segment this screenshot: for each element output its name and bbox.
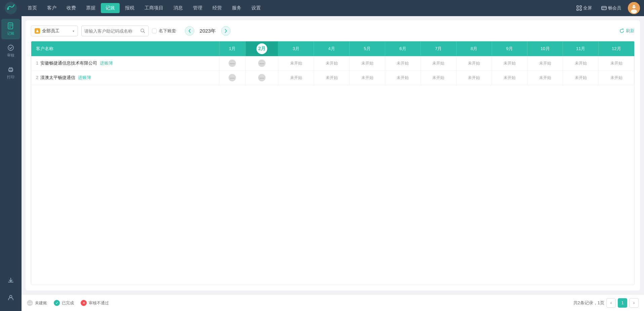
cell-m5-0: 未开始 — [350, 56, 385, 71]
cell-m8-1: 未开始 — [456, 71, 492, 85]
cell-m8-0: 未开始 — [456, 56, 492, 71]
ledger-icon — [7, 22, 14, 30]
audit-icon — [7, 44, 14, 51]
status-not-started: 未开始 — [432, 61, 444, 66]
sidebar-item-print[interactable]: 打印 — [1, 63, 20, 83]
col-header-m11: 11月 — [563, 41, 599, 56]
sidebar-item-ledger[interactable]: 记账 — [1, 19, 20, 39]
nav-right: 全屏 畅会员 — [574, 2, 640, 14]
toolbar: 全部员工 ▾ 名下账套 — [31, 26, 635, 36]
enter-ledger-link[interactable]: 进账簿 — [78, 75, 91, 80]
col-header-m7: 7月 — [420, 41, 456, 56]
nav-operation[interactable]: 经营 — [208, 3, 227, 13]
employee-select[interactable]: 全部员工 ▾ — [31, 26, 78, 36]
page-next-button[interactable]: › — [629, 298, 639, 308]
member-label: 畅会员 — [608, 5, 621, 11]
nav-business[interactable]: 工商项目 — [140, 3, 168, 13]
cell-m2-0: — — [245, 56, 278, 71]
svg-point-0 — [5, 2, 17, 14]
table-row: 2漠澳太平畅捷通信进账簿——未开始未开始未开始未开始未开始未开始未开始未开始未开… — [31, 71, 634, 85]
nav-manage[interactable]: 管理 — [188, 3, 207, 13]
search-button[interactable] — [140, 28, 146, 34]
cell-m11-1: 未开始 — [563, 71, 599, 85]
col-header-m9: 9月 — [492, 41, 527, 56]
col-header-m8: 8月 — [456, 41, 492, 56]
nav-billing[interactable]: 收费 — [62, 3, 81, 13]
year-display: 2023年 — [198, 28, 218, 34]
chevron-down-icon: ▾ — [73, 29, 74, 33]
nav-service[interactable]: 服务 — [227, 3, 246, 13]
status-not-started: 未开始 — [468, 75, 480, 80]
avatar[interactable] — [628, 2, 640, 14]
year-next-button[interactable] — [221, 26, 231, 36]
member-button[interactable]: 畅会员 — [599, 4, 624, 12]
col-header-m4: 4月 — [314, 41, 350, 56]
status-dash-icon: — — [229, 74, 236, 81]
footer: — 未建账 ✓ 已完成 ✕ 审核不通过 共2条记录，1页 ‹ 1 › — [22, 295, 644, 311]
status-not-started: 未开始 — [575, 75, 587, 80]
sidebar-bottom — [1, 273, 20, 311]
cell-m2-1: — — [245, 71, 278, 85]
page-prev-button[interactable]: ‹ — [606, 298, 616, 308]
legend-completed: ✓ 已完成 — [54, 300, 74, 306]
status-not-started: 未开始 — [504, 61, 516, 66]
top-nav: 首页 客户 收费 票据 记账 报税 工商项目 消息 管理 经营 服务 设置 全屏 — [0, 0, 644, 16]
search-input[interactable] — [84, 29, 138, 34]
cell-m11-0: 未开始 — [563, 56, 599, 71]
app-logo — [4, 1, 17, 15]
nav-customer[interactable]: 客户 — [42, 3, 61, 13]
status-not-started: 未开始 — [468, 61, 480, 66]
legend-rejected-label: 审核不通过 — [89, 300, 109, 306]
cell-m7-0: 未开始 — [420, 56, 456, 71]
chevron-right-icon — [224, 29, 228, 33]
employee-select-text: 全部员工 — [42, 28, 71, 34]
status-not-started: 未开始 — [575, 61, 587, 66]
sidebar-item-user[interactable] — [1, 290, 20, 304]
cell-m12-0: 未开始 — [599, 56, 634, 71]
svg-rect-6 — [602, 6, 606, 10]
legend-check-icon: ✓ — [54, 300, 60, 306]
page-container: 全部员工 ▾ 名下账套 — [22, 16, 644, 295]
svg-point-21 — [37, 30, 38, 31]
svg-rect-3 — [580, 6, 581, 7]
checkbox-names[interactable]: 名下账套 — [152, 28, 176, 34]
cell-m6-0: 未开始 — [385, 56, 421, 71]
sidebar-item-audit[interactable]: 审核 — [1, 41, 20, 61]
cell-m12-1: 未开始 — [599, 71, 634, 85]
chevron-left-icon — [188, 29, 191, 33]
nav-settings[interactable]: 设置 — [247, 3, 266, 13]
col-header-m5: 5月 — [350, 41, 385, 56]
status-not-started: 未开始 — [361, 61, 373, 66]
pagination: 共2条记录，1页 ‹ 1 › — [573, 298, 639, 308]
status-not-started: 未开始 — [610, 75, 622, 80]
fullscreen-button[interactable]: 全屏 — [574, 4, 595, 12]
cell-m6-1: 未开始 — [385, 71, 421, 85]
nav-message[interactable]: 消息 — [169, 3, 188, 13]
nav-home[interactable]: 首页 — [23, 3, 42, 13]
cell-m7-1: 未开始 — [420, 71, 456, 85]
cell-m5-1: 未开始 — [350, 71, 385, 85]
sidebar-item-download[interactable] — [1, 273, 20, 287]
checkbox-icon — [152, 29, 157, 33]
refresh-button[interactable]: 刷新 — [619, 28, 635, 34]
cell-m1-1: — — [219, 71, 245, 85]
legend-not-created-label: 未建账 — [35, 300, 47, 306]
nav-tax[interactable]: 报税 — [120, 3, 139, 13]
pagination-info: 共2条记录，1页 — [573, 300, 604, 306]
status-not-started: 未开始 — [504, 75, 516, 80]
svg-point-15 — [8, 45, 13, 50]
year-prev-button[interactable] — [185, 26, 194, 36]
nav-invoice[interactable]: 票据 — [81, 3, 100, 13]
table-header-row: 客户名称 1月 2月 3月 4月 5月 6月 — [31, 41, 634, 56]
legend-not-created: — 未建账 — [27, 300, 47, 306]
status-not-started: 未开始 — [397, 61, 409, 66]
refresh-icon — [619, 28, 625, 34]
enter-ledger-link[interactable]: 进账簿 — [100, 61, 113, 66]
status-not-started: 未开始 — [539, 75, 551, 80]
page-1-button[interactable]: 1 — [618, 298, 627, 308]
status-not-started: 未开始 — [539, 61, 551, 66]
nav-ledger[interactable]: 记账 — [101, 3, 120, 13]
svg-point-18 — [12, 69, 13, 70]
sidebar-audit-label: 审核 — [7, 53, 14, 58]
status-not-started: 未开始 — [610, 61, 622, 66]
